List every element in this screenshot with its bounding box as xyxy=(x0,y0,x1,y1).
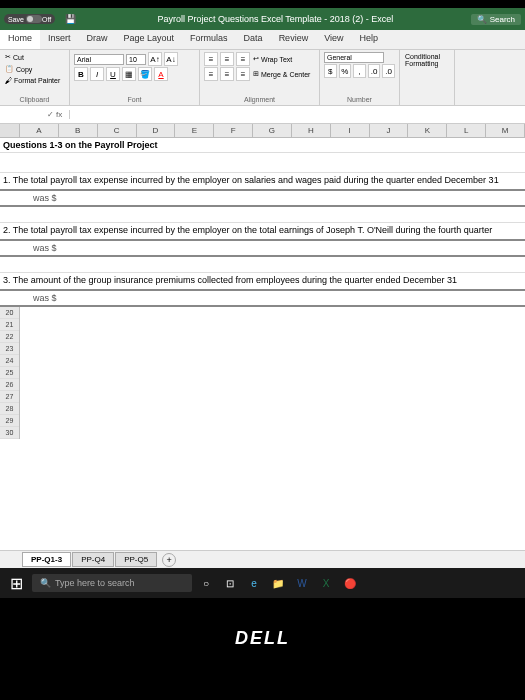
col-g[interactable]: G xyxy=(253,124,292,137)
font-size-select[interactable]: 10 xyxy=(126,54,146,65)
search-placeholder: Search xyxy=(490,15,515,24)
dec-decimal-button[interactable]: .0 xyxy=(382,64,395,78)
wrap-text-button[interactable]: ↩Wrap Text xyxy=(252,54,293,64)
col-l[interactable]: L xyxy=(447,124,486,137)
font-name-select[interactable]: Arial xyxy=(74,54,124,65)
sheet-tab-active[interactable]: PP-Q1-3 xyxy=(22,552,71,567)
task-view-icon[interactable]: ⊡ xyxy=(220,573,240,593)
tab-draw[interactable]: Draw xyxy=(79,30,116,49)
row-30[interactable]: 30 xyxy=(0,427,19,439)
col-f[interactable]: F xyxy=(214,124,253,137)
cortana-icon[interactable]: ○ xyxy=(196,573,216,593)
merge-center-button[interactable]: ⊞Merge & Center xyxy=(252,69,311,79)
bold-button[interactable]: B xyxy=(74,67,88,81)
comma-button[interactable]: , xyxy=(353,64,366,78)
edge-icon[interactable]: e xyxy=(244,573,264,593)
fill-color-button[interactable]: 🪣 xyxy=(138,67,152,81)
decrease-font-button[interactable]: A↓ xyxy=(164,52,178,66)
col-e[interactable]: E xyxy=(175,124,214,137)
sheet-tab-3[interactable]: PP-Q5 xyxy=(115,552,157,567)
col-k[interactable]: K xyxy=(408,124,447,137)
copy-button[interactable]: 📋Copy xyxy=(4,64,33,74)
tab-review[interactable]: Review xyxy=(271,30,317,49)
windows-start-button[interactable]: ⊞ xyxy=(4,571,28,595)
question-3[interactable]: 3. The amount of the group insurance pre… xyxy=(0,273,525,287)
taskbar: ⊞ 🔍 Type here to search ○ ⊡ e 📁 W X 🔴 xyxy=(0,568,525,598)
border-button[interactable]: ▦ xyxy=(122,67,136,81)
font-color-button[interactable]: A xyxy=(154,67,168,81)
col-i[interactable]: I xyxy=(331,124,370,137)
inc-decimal-button[interactable]: .0 xyxy=(368,64,381,78)
question-1[interactable]: 1. The total payroll tax expense incurre… xyxy=(0,173,525,187)
format-painter-button[interactable]: 🖌Format Painter xyxy=(4,76,61,85)
number-label: Number xyxy=(324,96,395,103)
toggle-icon xyxy=(26,15,42,23)
tab-help[interactable]: Help xyxy=(352,30,387,49)
select-all-corner[interactable] xyxy=(0,124,20,137)
number-format-select[interactable]: General xyxy=(324,52,384,63)
title-bar: Save Off 💾 Payroll Project Questions Exc… xyxy=(0,8,525,30)
column-headers: A B C D E F G H I J K L M xyxy=(0,124,525,138)
tab-home[interactable]: Home xyxy=(0,30,40,49)
taskbar-search-placeholder: Type here to search xyxy=(55,578,135,588)
ribbon: ✂Cut 📋Copy 🖌Format Painter Clipboard Ari… xyxy=(0,50,525,106)
col-d[interactable]: D xyxy=(137,124,176,137)
sheet-heading[interactable]: Questions 1-3 on the Payroll Project xyxy=(0,138,525,152)
row-24[interactable]: 24 xyxy=(0,355,19,367)
tab-formulas[interactable]: Formulas xyxy=(182,30,236,49)
tab-view[interactable]: View xyxy=(316,30,351,49)
align-left-button[interactable]: ≡ xyxy=(204,67,218,81)
tab-data[interactable]: Data xyxy=(236,30,271,49)
conditional-formatting-button[interactable]: Conditional Formatting xyxy=(404,52,450,68)
row-29[interactable]: 29 xyxy=(0,415,19,427)
empty-rows[interactable]: 20 21 22 23 24 25 26 27 28 29 30 xyxy=(0,307,525,457)
tab-page-layout[interactable]: Page Layout xyxy=(116,30,183,49)
row-23[interactable]: 23 xyxy=(0,343,19,355)
row-20[interactable]: 20 xyxy=(0,307,19,319)
answer-2[interactable]: was $ xyxy=(30,241,525,255)
question-2[interactable]: 2. The total payroll tax expense incurre… xyxy=(0,223,525,237)
row-27[interactable]: 27 xyxy=(0,391,19,403)
underline-button[interactable]: U xyxy=(106,67,120,81)
row-25[interactable]: 25 xyxy=(0,367,19,379)
row-22[interactable]: 22 xyxy=(0,331,19,343)
answer-1[interactable]: was $ xyxy=(30,191,525,205)
word-icon[interactable]: W xyxy=(292,573,312,593)
percent-button[interactable]: % xyxy=(339,64,352,78)
tab-insert[interactable]: Insert xyxy=(40,30,79,49)
copy-icon: 📋 xyxy=(5,65,14,73)
sheet-tab-2[interactable]: PP-Q4 xyxy=(72,552,114,567)
currency-button[interactable]: $ xyxy=(324,64,337,78)
search-icon: 🔍 xyxy=(477,15,487,24)
row-28[interactable]: 28 xyxy=(0,403,19,415)
autosave-label: Save xyxy=(8,16,24,23)
taskbar-search[interactable]: 🔍 Type here to search xyxy=(32,574,192,592)
window-title: Payroll Project Questions Excel Template… xyxy=(80,14,470,24)
autosave-toggle[interactable]: Save Off xyxy=(4,14,55,24)
save-icon[interactable]: 💾 xyxy=(65,14,76,24)
cut-button[interactable]: ✂Cut xyxy=(4,52,25,62)
sheet-body[interactable]: Questions 1-3 on the Payroll Project 1. … xyxy=(0,138,525,550)
excel-icon[interactable]: X xyxy=(316,573,336,593)
italic-button[interactable]: I xyxy=(90,67,104,81)
row-21[interactable]: 21 xyxy=(0,319,19,331)
col-h[interactable]: H xyxy=(292,124,331,137)
align-bot-button[interactable]: ≡ xyxy=(236,52,250,66)
row-26[interactable]: 26 xyxy=(0,379,19,391)
answer-3[interactable]: was $ xyxy=(30,291,525,305)
align-center-button[interactable]: ≡ xyxy=(220,67,234,81)
col-c[interactable]: C xyxy=(98,124,137,137)
search-box[interactable]: 🔍 Search xyxy=(471,14,521,25)
add-sheet-button[interactable]: + xyxy=(162,553,176,567)
increase-font-button[interactable]: A↑ xyxy=(148,52,162,66)
chrome-icon[interactable]: 🔴 xyxy=(340,573,360,593)
alignment-label: Alignment xyxy=(204,96,315,103)
align-mid-button[interactable]: ≡ xyxy=(220,52,234,66)
align-top-button[interactable]: ≡ xyxy=(204,52,218,66)
align-right-button[interactable]: ≡ xyxy=(236,67,250,81)
col-a[interactable]: A xyxy=(20,124,59,137)
col-m[interactable]: M xyxy=(486,124,525,137)
col-b[interactable]: B xyxy=(59,124,98,137)
explorer-icon[interactable]: 📁 xyxy=(268,573,288,593)
col-j[interactable]: J xyxy=(370,124,409,137)
